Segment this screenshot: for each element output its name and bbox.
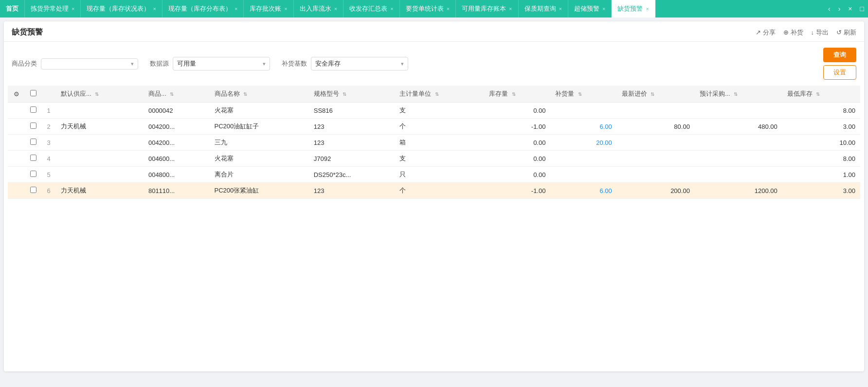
row-spec: 123 (309, 183, 395, 199)
tab-kucunpici[interactable]: 库存批次账 × (244, 0, 293, 18)
close-tab-keyongliang[interactable]: × (509, 6, 512, 12)
datasource-label: 数据源 (150, 59, 169, 68)
close-tab-shoufacun[interactable]: × (390, 6, 393, 12)
row-latest-price (617, 167, 695, 183)
table-wrapper: ⚙ 默认供应... ⇅ 商品... ⇅ 商品名称 (4, 86, 864, 199)
tab-xiancunliang1[interactable]: 现存量（库存状况表） × (81, 0, 162, 18)
table-row: 5 004800... 离合片 DS250*23c... 只 0.00 1.00 (8, 167, 860, 183)
row-checkbox-cell[interactable] (25, 151, 41, 167)
tab-baozhi[interactable]: 保质期查询 × (519, 0, 568, 18)
row-supplier (56, 167, 144, 183)
th-product-code[interactable]: 商品... ⇅ (144, 86, 210, 103)
prev-tab-icon: ‹ (828, 5, 831, 13)
next-tab-button[interactable]: › (834, 0, 845, 18)
row-checkbox[interactable] (30, 123, 36, 129)
row-supplement (550, 167, 616, 183)
row-min-stock: 3.00 (782, 119, 860, 135)
tab-xiancunliang2[interactable]: 现存量（库存分布表） × (163, 0, 244, 18)
row-supplier: 力天机械 (56, 183, 144, 199)
row-min-stock: 3.00 (782, 183, 860, 199)
tab-jianhuo[interactable]: 拣货异常处理 × (25, 0, 81, 18)
category-select[interactable]: ▾ (41, 58, 138, 70)
row-checkbox-cell[interactable] (25, 135, 41, 151)
tab-navigation: ‹ › × □ (824, 0, 868, 18)
row-min-stock: 1.00 (782, 167, 860, 183)
export-icon: ↓ (811, 29, 814, 36)
close-tab-quehuo[interactable]: × (646, 6, 649, 12)
close-window-button[interactable]: × (844, 0, 856, 18)
row-num-cell: 3 (41, 135, 56, 151)
row-product-name: PC200张紧油缸 (210, 183, 309, 199)
maximize-icon: □ (860, 5, 864, 13)
tab-shoufacun[interactable]: 收发存汇总表 × (344, 0, 399, 18)
tab-home[interactable]: 首页 (0, 0, 25, 18)
row-num-cell: 1 (41, 103, 56, 119)
row-product-code: 004800... (144, 167, 210, 183)
close-tab-jianhuo[interactable]: × (72, 6, 74, 12)
sort-spec-icon: ⇅ (343, 91, 346, 97)
share-button[interactable]: ↗ 分享 (756, 28, 776, 37)
tab-churukuliu[interactable]: 出入库流水 × (294, 0, 344, 18)
th-latest-price[interactable]: 最新进价 ⇅ (617, 86, 695, 103)
row-num-cell: 6 (41, 183, 56, 199)
row-checkbox[interactable] (30, 106, 36, 113)
select-all-checkbox[interactable] (30, 90, 36, 96)
query-button[interactable]: 查询 (823, 48, 856, 62)
th-supplier[interactable]: 默认供应... ⇅ (56, 86, 144, 103)
row-checkbox[interactable] (30, 155, 36, 161)
row-checkbox-cell[interactable] (25, 183, 41, 199)
refresh-icon: ↺ (836, 29, 842, 36)
th-product-name[interactable]: 商品名称 ⇅ (210, 86, 309, 103)
th-est-purchase[interactable]: 预计采购... ⇅ (695, 86, 782, 103)
replenish-button[interactable]: ⊕ 补货 (783, 28, 803, 37)
row-product-name: 离合片 (210, 167, 309, 183)
th-unit[interactable]: 主计量单位 ⇅ (395, 86, 484, 103)
th-checkbox[interactable] (25, 86, 41, 103)
row-est-purchase (695, 151, 782, 167)
datasource-select[interactable]: 可用量 ▾ (173, 57, 270, 70)
refresh-button[interactable]: ↺ 刷新 (836, 28, 856, 37)
row-checkbox[interactable] (30, 171, 36, 177)
row-checkbox-cell[interactable] (25, 103, 41, 119)
tab-quehuo[interactable]: 缺货预警 × (612, 0, 655, 18)
close-tab-kucunpici[interactable]: × (284, 6, 287, 12)
row-spec: DS250*23c... (309, 167, 395, 183)
replenish-label: 补货基数 (282, 59, 307, 68)
th-stock[interactable]: 库存量 ⇅ (484, 86, 550, 103)
table-row: 3 004200... 三九 123 箱 0.00 20.00 10.00 (8, 135, 860, 151)
row-unit: 个 (395, 183, 484, 199)
tab-chaochuyujing[interactable]: 超储预警 × (568, 0, 612, 18)
row-checkbox[interactable] (30, 187, 36, 193)
tab-keyongliang[interactable]: 可用量库存账本 × (456, 0, 518, 18)
th-supplement[interactable]: 补货量 ⇅ (550, 86, 616, 103)
row-stock: -1.00 (484, 183, 550, 199)
tab-yaohuo[interactable]: 要货单统计表 × (400, 0, 456, 18)
row-product-name: 三九 (210, 135, 309, 151)
maximize-button[interactable]: □ (856, 0, 868, 18)
row-stock: 0.00 (484, 135, 550, 151)
row-num-cell: 5 (41, 167, 56, 183)
replenish-select[interactable]: 安全库存 ▾ (311, 57, 408, 70)
row-checkbox[interactable] (30, 139, 36, 145)
settings-button[interactable]: 设置 (823, 65, 856, 80)
close-tab-xiancunliang2[interactable]: × (235, 6, 237, 12)
row-gear-cell (8, 119, 25, 135)
close-tab-chaochuyujing[interactable]: × (602, 6, 605, 12)
close-tab-baozhi[interactable]: × (559, 6, 562, 12)
filter-replenish: 补货基数 安全库存 ▾ (282, 57, 408, 70)
row-num-cell: 4 (41, 151, 56, 167)
filter-datasource: 数据源 可用量 ▾ (150, 57, 270, 70)
close-tab-yaohuo[interactable]: × (447, 6, 450, 12)
th-gear[interactable]: ⚙ (8, 86, 25, 103)
close-tab-churukuliu[interactable]: × (334, 6, 337, 12)
th-min-stock[interactable]: 最低库存 ⇅ (782, 86, 860, 103)
row-unit: 箱 (395, 135, 484, 151)
export-button[interactable]: ↓ 导出 (811, 28, 829, 37)
row-unit: 支 (395, 103, 484, 119)
th-spec[interactable]: 规格型号 ⇅ (309, 86, 395, 103)
row-checkbox-cell[interactable] (25, 167, 41, 183)
prev-tab-button[interactable]: ‹ (824, 0, 834, 18)
close-tab-xiancunliang1[interactable]: × (153, 6, 156, 12)
row-checkbox-cell[interactable] (25, 119, 41, 135)
filter-bar: 商品分类 ▾ 数据源 可用量 ▾ 补货基数 安全库存 ▾ 查询 设置 (4, 42, 864, 86)
